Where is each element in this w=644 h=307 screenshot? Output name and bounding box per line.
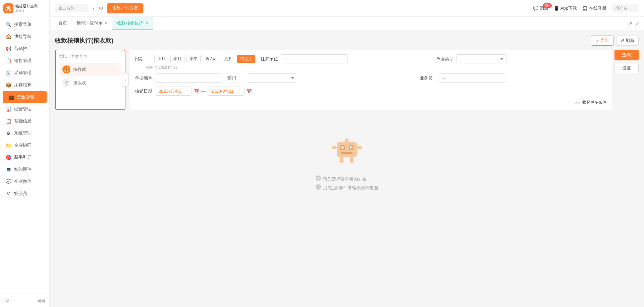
sidebar-icon-0: 🔍 — [5, 22, 11, 27]
date-shortcuts: 上月 本月 本年 近7天 更多 自定义 — [154, 55, 255, 63]
expand-tab-button[interactable]: ⤢ — [636, 20, 640, 27]
filter-form-area: 日期 上月 本月 本年 近7天 更多 自定义 — [129, 50, 639, 110]
main-content: 企业名称 ▾ ⚙ 体验行业方案 💬 消息 99+ 📱 App下载 🎧 在线客服 … — [50, 0, 644, 307]
brand-chevron-icon[interactable]: ▾ — [93, 6, 95, 11]
tab-prepay[interactable]: 预付冲应付单 ✕ — [72, 17, 112, 30]
sidebar-icon-11: 🎯 — [5, 155, 11, 160]
sidebar-label-9: 系统管理 — [14, 130, 32, 136]
date-last-month[interactable]: 上月 — [154, 55, 168, 63]
doc-type-label: 单据类型 — [436, 56, 453, 62]
verify-date-start-cal-icon[interactable]: 📅 — [194, 89, 199, 94]
tab-collection-label: 收款核销执行 — [117, 20, 143, 26]
dept-field: 部门 — [227, 73, 414, 83]
collapse-sidebar-icon[interactable]: ◀◀ — [37, 297, 45, 304]
doc-no-input[interactable] — [155, 73, 222, 83]
doc-no-label: 单据编号 — [135, 75, 152, 81]
dept-select[interactable] — [247, 73, 297, 83]
sidebar-item-企业协同[interactable]: 📁企业协同 — [0, 139, 49, 151]
sidebar-icon-10: 📁 — [5, 143, 11, 148]
topbar-gear-icon[interactable]: ⚙ — [99, 5, 103, 11]
filter-option-label-0: 按收款 — [73, 66, 86, 72]
sidebar-menu: 🔍搜索菜单🏠快捷导航📢营销推广📋销售管理🛒采购管理📦库存核算💼资金管理📊经营管理… — [0, 17, 49, 294]
brand-selector[interactable]: 企业名称 — [55, 4, 89, 12]
sidebar-item-系统管理[interactable]: ⚙系统管理 — [0, 127, 49, 139]
svg-rect-0 — [337, 142, 357, 157]
sidebar-item-基础信息[interactable]: 📋基础信息 — [0, 115, 49, 127]
sidebar-item-销售管理[interactable]: 📋销售管理 — [0, 55, 49, 67]
sidebar-label-8: 基础信息 — [14, 118, 32, 124]
counterparty-input[interactable]: ··· — [281, 54, 348, 63]
sidebar-item-新手引导[interactable]: 🎯新手引导 — [0, 151, 49, 163]
filter-option-0[interactable]: 💰按收款 — [59, 63, 121, 76]
verify-date-end[interactable] — [208, 87, 245, 96]
doc-type-select[interactable] — [456, 54, 506, 63]
sidebar-label-11: 新手引导 — [14, 154, 32, 160]
sidebar-icon-9: ⚙ — [5, 131, 11, 136]
svg-rect-4 — [345, 139, 348, 143]
sidebar-item-智能硬件[interactable]: 💻智能硬件 — [0, 163, 49, 175]
sidebar-item-采购管理[interactable]: 🛒采购管理 — [0, 67, 49, 79]
close-tab-button[interactable]: ✕ — [629, 20, 633, 27]
filter-option-1[interactable]: ⏱按应收 — [59, 76, 121, 90]
sidebar-icon-12: 💻 — [5, 167, 11, 172]
verify-date-end-cal-icon[interactable]: 📅 — [247, 89, 252, 94]
app-label: App下载 — [560, 5, 577, 11]
filter-collapse-button[interactable]: « — [122, 73, 129, 87]
tab-home[interactable]: 首页 — [54, 17, 72, 30]
date-7days[interactable]: 近7天 — [203, 55, 219, 63]
collapse-more-area: ∧∧ 收起更多条件 — [135, 100, 606, 105]
sidebar-item-资金管理[interactable]: 💼资金管理 — [3, 91, 47, 103]
dept-label: 部门 — [227, 75, 244, 81]
tab-collection-close-icon[interactable]: ✕ — [145, 21, 148, 25]
filter-option-icon-0: 💰 — [62, 65, 70, 73]
query-button[interactable]: 查询 — [614, 50, 639, 60]
sidebar-label-1: 快捷导航 — [14, 34, 32, 40]
sidebar-item-经营管理[interactable]: 📊经营管理 — [0, 103, 49, 115]
logo-text: 畅捷通好生意 标准版 — [15, 4, 38, 13]
date-this-month[interactable]: 本月 — [170, 55, 184, 63]
sidebar-item-营销推广[interactable]: 📢营销推广 — [0, 43, 49, 55]
sidebar-item-搜索菜单[interactable]: 🔍搜索菜单 — [0, 18, 49, 31]
refresh-button[interactable]: ↺ 刷新 — [616, 36, 639, 46]
sidebar-item-库存核算[interactable]: 📦库存核算 — [0, 79, 49, 91]
date-more[interactable]: 更多 — [221, 55, 235, 63]
topbar-right: 💬 消息 99+ 📱 App下载 🎧 在线客服 用户名 — [533, 4, 639, 12]
export-button[interactable]: ↗ 导出 — [591, 36, 613, 46]
filter-option-icon-1: ⏱ — [62, 79, 70, 87]
date-limit-text: 不限 至 2023-07-26 — [146, 65, 177, 69]
sidebar-item-企业微信[interactable]: 💬企业微信 — [0, 175, 49, 188]
settings-icon[interactable]: ⚙ — [5, 297, 9, 304]
empty-illustration — [328, 130, 365, 168]
sidebar-label-6: 资金管理 — [17, 94, 34, 100]
sidebar-label-14: 畅会员 — [14, 191, 27, 197]
service-icon: 🎧 — [582, 6, 588, 11]
sidebar-icon-13: 💬 — [5, 179, 11, 184]
verify-date-range: 📅 — 📅 — [155, 87, 252, 96]
empty-tip-2: 2 用[过滤]条件来缩小分析范围 — [316, 184, 378, 192]
collapse-more-button[interactable]: ∧∧ 收起更多条件 — [575, 100, 606, 105]
message-button[interactable]: 💬 消息 99+ — [533, 5, 548, 11]
export-icon: ↗ — [595, 38, 599, 43]
app-download-button[interactable]: 📱 App下载 — [554, 5, 577, 11]
sidebar-label-4: 采购管理 — [14, 70, 32, 76]
message-icon: 💬 — [533, 6, 538, 11]
verify-date-start[interactable] — [155, 87, 192, 96]
settings-button[interactable]: 设置 — [614, 63, 639, 73]
filter-form: 日期 上月 本月 本年 近7天 更多 自定义 — [129, 50, 612, 110]
sidebar-icon-2: 📢 — [5, 46, 11, 51]
online-service-button[interactable]: 🎧 在线客服 — [582, 5, 606, 11]
tab-prepay-close-icon[interactable]: ✕ — [105, 21, 108, 25]
user-info[interactable]: 用户名 — [612, 4, 639, 12]
sidebar-label-10: 企业协同 — [14, 142, 32, 148]
sidebar-icon-6: 💼 — [8, 94, 14, 100]
sidebar-item-快捷导航[interactable]: 🏠快捷导航 — [0, 31, 49, 43]
staff-input[interactable]: ··· — [439, 73, 506, 83]
sidebar-item-畅会员[interactable]: V畅会员 — [0, 188, 49, 200]
collapse-up-icon: ∧∧ — [575, 100, 581, 105]
sidebar-icon-4: 🛒 — [5, 70, 11, 75]
promo-button[interactable]: 体验行业方案 — [107, 3, 143, 13]
tab-collection[interactable]: 收款核销执行 ✕ — [112, 17, 153, 30]
date-this-year[interactable]: 本年 — [186, 55, 201, 63]
staff-label: 业务员 — [420, 75, 436, 81]
date-custom[interactable]: 自定义 — [237, 55, 255, 63]
